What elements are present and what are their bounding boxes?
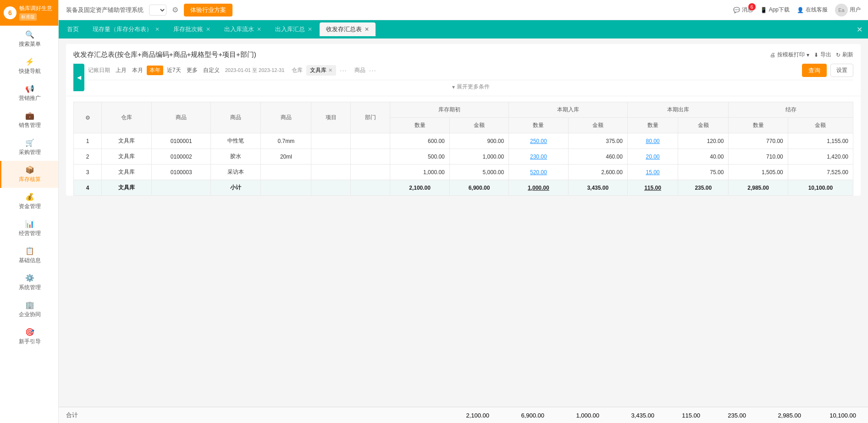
download-icon: 📱 [760,7,767,13]
page-title-bar: 收发存汇总表(按仓库+商品编码+商品+规格型号+项目+部门) 🖨 按模板打印 ▾… [66,44,861,64]
cell-in-amt: 3,435.00 [568,180,627,196]
sidebar-item-search[interactable]: 🔍搜索菜单 [0,26,58,53]
cell-dept [351,165,390,180]
finance-icon: 💰 [25,192,34,201]
settings-button[interactable]: ⚙ [172,5,178,14]
warehouse-tag-close[interactable]: ✕ [328,67,332,73]
tab-2[interactable]: 库存批次账✕ [167,22,217,36]
topbar: 装备及固定资产辅助管理系统 ⚙ 体验行业方案 💬 消息 6 📱 App下载 👤 … [59,0,868,20]
date-buttons: 上月 本月 本年 近7天 更多 自定义 [114,66,221,75]
warehouse-ellipsis[interactable]: ··· [340,67,347,74]
sidebar-item-basic-info[interactable]: 📋基础信息 [0,242,58,269]
date-btn-custom[interactable]: 自定义 [201,66,221,75]
cell-in-qty[interactable]: 250.00 [509,133,568,149]
filter-setting-button[interactable]: 设置 [830,64,853,77]
goods-label: 商品 [354,66,365,74]
system-dropdown[interactable] [149,5,166,16]
topbar-right: 💬 消息 6 📱 App下载 👤 在线客服 Ea 用户 [733,4,861,16]
cell-in-qty[interactable]: 230.00 [509,149,568,165]
cell-code [152,180,211,196]
sidebar-item-label: 新手引导 [19,338,41,346]
sidebar-item-guide[interactable]: 🎯新手引导 [0,323,58,350]
cell-spec: 20ml [261,149,311,165]
sidebar-item-enterprise[interactable]: 🏢企业协同 [0,296,58,323]
date-btn-this-month[interactable]: 本月 [130,66,145,75]
cell-spec: 0.7mm [261,133,311,149]
date-btn-last-month[interactable]: 上月 [114,66,128,75]
main-content: 装备及固定资产辅助管理系统 ⚙ 体验行业方案 💬 消息 6 📱 App下载 👤 … [59,0,868,423]
tab-label-1: 现存量（库存分布表） [93,25,152,33]
date-filter: 记账日期 上月 本月 本年 近7天 更多 自定义 2023-01-01 至 20… [88,66,284,75]
filter-collapse-button[interactable]: ◀ [73,64,84,91]
page-wrapper: 收发存汇总表(按仓库+商品编码+商品+规格型号+项目+部门) 🖨 按模板打印 ▾… [66,44,861,196]
sidebar-item-quick-nav[interactable]: ⚡快捷导航 [0,53,58,80]
warehouse-tag: 文具库 ✕ [306,65,336,76]
date-btn-more[interactable]: 更多 [185,66,199,75]
sidebar-item-finance[interactable]: 💰资金管理 [0,188,58,215]
tab-close-3[interactable]: ✕ [257,26,261,33]
cell-in-qty[interactable]: 520.00 [509,165,568,180]
th-in-amt: 金额 [568,118,627,133]
expand-more-button[interactable]: ▾ 展开更多条件 [452,83,490,91]
cell-out-qty[interactable]: 20.00 [627,149,678,165]
goods-filter: 商品 ··· [354,66,376,74]
goods-ellipsis[interactable]: ··· [369,67,376,74]
service-icon: 👤 [797,7,804,13]
tab-4[interactable]: 出入库汇总✕ [269,22,319,36]
cell-code: 0100001 [152,133,211,149]
tab-bar: 首页现存量（库存分布表）✕库存批次账✕出入库流水✕出入库汇总✕收发存汇总表✕ ✕ [59,20,868,38]
tab-close-1[interactable]: ✕ [155,26,160,33]
date-btn-this-year[interactable]: 本年 [147,66,163,75]
cell-out-qty[interactable]: 80.00 [627,133,678,149]
print-template-button[interactable]: 🖨 按模板打印 ▾ [770,51,809,59]
tab-1[interactable]: 现存量（库存分布表）✕ [86,22,166,36]
message-button[interactable]: 💬 消息 6 [733,6,753,14]
sidebar-item-sales[interactable]: 💼销售管理 [0,107,58,134]
cell-open-amt: 900.00 [449,133,509,149]
export-button[interactable]: ⬇ 导出 [814,51,831,59]
tab-close-4[interactable]: ✕ [308,26,312,33]
close-all-tabs-button[interactable]: ✕ [853,23,866,36]
cell-in-qty[interactable]: 1,000.00 [509,180,568,196]
cell-warehouse: 文具库 [102,133,152,149]
tab-label-4: 出入库汇总 [275,25,305,33]
filter-row-1: 记账日期 上月 本月 本年 近7天 更多 自定义 2023-01-01 至 20… [88,64,853,77]
th-open-qty: 数量 [390,118,449,133]
cell-in-amt: 460.00 [568,149,627,165]
th-in-qty: 数量 [509,118,568,133]
sidebar-item-label: 销售管理 [19,121,41,129]
cell-name: 采访本 [211,165,261,180]
search-icon: 🔍 [25,30,34,39]
sidebar-item-label: 系统管理 [19,284,41,291]
warehouse-label: 仓库 [292,66,303,74]
tab-close-2[interactable]: ✕ [206,26,210,33]
experience-button[interactable]: 体验行业方案 [184,4,232,16]
query-actions: 查询 设置 [802,64,853,77]
tab-5[interactable]: 收发存汇总表✕ [320,22,376,36]
th-in-group: 本期入库 [509,102,628,118]
sidebar-item-inventory[interactable]: 📦库存核算 [0,161,58,188]
sidebar-item-system[interactable]: ⚙️系统管理 [0,269,58,296]
user-menu[interactable]: Ea 用户 [835,4,861,16]
cell-in-amt: 2,600.00 [568,165,627,180]
query-button[interactable]: 查询 [802,64,827,77]
tab-close-5[interactable]: ✕ [365,26,369,33]
th-name: 商品 [211,102,261,133]
sidebar-item-purchase[interactable]: 🛒采购管理 [0,134,58,161]
cell-out-qty[interactable]: 115.00 [627,180,678,196]
sidebar-item-business[interactable]: 📊经营管理 [0,215,58,242]
footer-out-qty: 115.00 [659,412,705,419]
cell-in-amt: 375.00 [568,133,627,149]
cell-open-amt: 1,000.00 [449,149,509,165]
tab-3[interactable]: 出入库流水✕ [218,22,268,36]
refresh-button[interactable]: ↻ 刷新 [836,51,853,59]
tab-0[interactable]: 首页 [61,22,85,36]
cell-end-qty: 2,985.00 [729,180,788,196]
app-download-button[interactable]: 📱 App下载 [760,6,790,14]
sidebar-item-marketing[interactable]: 📢营销推广 [0,80,58,107]
online-service-button[interactable]: 👤 在线客服 [797,6,828,14]
cell-out-qty[interactable]: 15.00 [627,165,678,180]
date-btn-7days[interactable]: 近7天 [165,66,183,75]
expand-icon: ▾ [452,84,455,90]
message-badge: 6 [748,3,756,11]
